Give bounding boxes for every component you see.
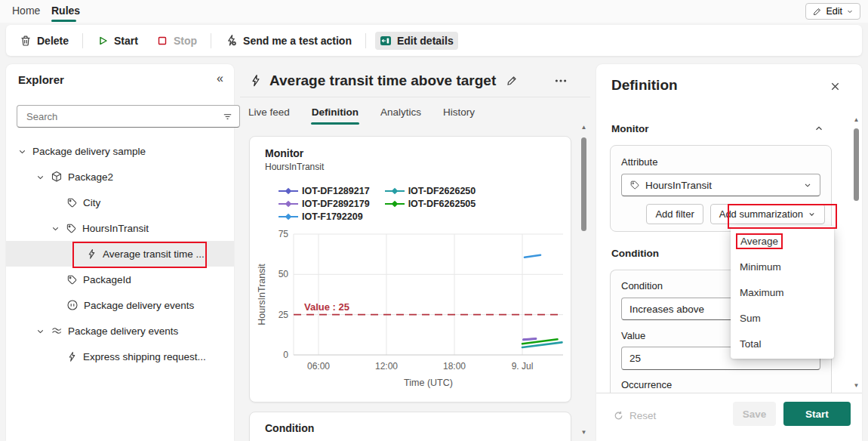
monitor-section-label: Monitor — [611, 123, 649, 134]
nav-tab-home[interactable]: Home — [12, 5, 40, 17]
tab-definition[interactable]: Definition — [311, 102, 359, 125]
condition-operator-value: Increases above — [629, 304, 704, 315]
nav-tab-rules[interactable]: Rules — [51, 5, 80, 17]
flash-rule-icon — [86, 248, 97, 260]
more-options-icon[interactable] — [554, 74, 568, 88]
tree-item-average-transit-time[interactable]: Average transit time ... — [6, 241, 234, 267]
legend-item[interactable]: IOT-F1792209 — [279, 210, 370, 223]
rule-detail-area: Average transit time above target Live f… — [240, 64, 590, 441]
scroll-up-arrow[interactable]: ▲ — [579, 124, 589, 131]
save-button[interactable]: Save — [733, 402, 776, 426]
x-tick-label: 12:00 — [375, 361, 398, 372]
legend-item[interactable]: IOT-DF6262505 — [385, 197, 476, 210]
menu-item-total[interactable]: Total — [731, 331, 834, 356]
tab-history[interactable]: History — [442, 102, 476, 125]
start-button[interactable]: Start — [92, 32, 143, 50]
object-cube-icon — [51, 171, 63, 183]
rule-toolbar: Delete Start Stop Send me a test action … — [6, 25, 862, 56]
delete-button[interactable]: Delete — [15, 32, 73, 50]
attribute-value: HoursInTransit — [645, 180, 712, 191]
rule-header: Average transit time above target — [240, 64, 590, 97]
monitor-line-chart: 025507506:0012:0018:009. JulTime (UTC)Ho… — [256, 224, 571, 399]
panel-scrollbar[interactable]: ▲ ▼ — [851, 113, 861, 393]
summarization-menu: Average Minimum Maximum Sum Total — [731, 226, 834, 359]
send-test-action-button[interactable]: Send me a test action — [220, 31, 356, 50]
legend-label: IOT-F1792209 — [302, 211, 363, 222]
search-box — [17, 105, 240, 128]
definition-panel-title: Definition — [611, 77, 678, 94]
reset-icon — [613, 410, 624, 421]
definition-footer: Reset Save Start — [596, 393, 862, 441]
y-tick-label: 50 — [279, 269, 289, 279]
chevron-down-icon — [50, 224, 60, 233]
stop-button[interactable]: Stop — [152, 32, 202, 50]
toolbar-divider — [365, 33, 366, 48]
toolbar-divider — [211, 33, 211, 48]
eventstream-icon — [51, 325, 63, 337]
tree-item-packageid[interactable]: PackageId — [6, 267, 234, 292]
close-icon[interactable] — [830, 81, 841, 92]
legend-label: IOT-DF2892179 — [302, 199, 370, 209]
scroll-down-arrow[interactable]: ▼ — [851, 382, 861, 389]
y-tick-label: 75 — [279, 229, 289, 239]
menu-item-average[interactable]: Average — [731, 228, 834, 254]
scroll-down-arrow[interactable]: ▼ — [579, 429, 589, 436]
menu-item-maximum[interactable]: Maximum — [731, 279, 834, 305]
add-summarization-button[interactable]: Add summarization — [710, 204, 825, 224]
tab-analytics[interactable]: Analytics — [380, 102, 422, 125]
flash-settings-icon — [225, 34, 238, 47]
scrollbar-thumb[interactable] — [854, 128, 859, 201]
edit-details-button[interactable]: Edit details — [375, 32, 458, 50]
chevron-down-icon — [35, 172, 45, 182]
monitor-card-subtitle: HoursInTransit — [265, 162, 571, 172]
condition-section-card: Condition — [249, 412, 571, 441]
legend-swatch — [279, 187, 298, 195]
scrollbar-thumb[interactable] — [581, 137, 586, 231]
tree-item-city[interactable]: City — [6, 190, 234, 215]
active-tab-underline — [51, 20, 76, 22]
collapse-panel-icon[interactable]: « — [217, 72, 223, 85]
edit-details-icon — [380, 35, 392, 47]
legend-item[interactable]: IOT-DF2626250 — [385, 184, 476, 197]
scroll-up-arrow[interactable]: ▲ — [851, 116, 861, 123]
menu-item-sum[interactable]: Sum — [731, 305, 834, 331]
tree-item-package-delivery-sample[interactable]: Package delivery sample — [6, 138, 234, 164]
tree-item-hoursintransit[interactable]: HoursInTransit — [6, 215, 234, 241]
top-navigation: Home Rules Edit — [0, 0, 868, 23]
legend-item[interactable]: IOT-DF2892179 — [279, 197, 370, 210]
chevron-up-icon[interactable] — [814, 123, 824, 134]
legend-item[interactable]: IOT-DF1289217 — [279, 184, 370, 197]
filter-icon — [222, 111, 233, 122]
monitor-settings-card: Attribute HoursInTransit Add filter Add … — [610, 145, 832, 232]
tree-item-express-shipping-request[interactable]: Express shipping request... — [6, 344, 234, 369]
explorer-tree: Package delivery sample Package2 City Ho… — [6, 138, 234, 369]
attribute-select[interactable]: HoursInTransit — [621, 174, 820, 196]
chevron-down-icon — [808, 210, 816, 218]
start-rule-button[interactable]: Start — [783, 402, 851, 426]
monitor-card-title: Monitor — [265, 147, 571, 159]
search-input[interactable] — [25, 110, 222, 123]
add-filter-button[interactable]: Add filter — [646, 204, 703, 224]
flash-rule-icon — [249, 74, 263, 88]
tag-icon — [629, 180, 640, 190]
tree-item-package2[interactable]: Package2 — [6, 164, 234, 190]
rename-pencil-icon[interactable] — [506, 75, 518, 87]
reset-button[interactable]: Reset — [613, 410, 656, 421]
legend-label: IOT-DF6262505 — [408, 199, 476, 209]
menu-item-minimum[interactable]: Minimum — [731, 254, 834, 279]
legend-label: IOT-DF1289217 — [302, 186, 370, 196]
x-axis-title: Time (UTC) — [404, 378, 453, 388]
main-scrollbar[interactable]: ▲ ▼ — [579, 121, 589, 441]
trash-icon — [20, 35, 32, 47]
explorer-title: Explorer — [18, 73, 64, 86]
chevron-down-icon — [17, 146, 27, 156]
pencil-icon — [812, 7, 822, 17]
tree-item-package-delivery-events-stream[interactable]: Package delivery events — [6, 318, 234, 344]
occurrence-label: Occurrence — [621, 379, 831, 390]
condition-section-label: Condition — [611, 248, 659, 259]
tree-item-package-delivery-events-source[interactable]: Package delivery events — [6, 292, 234, 318]
series-line-IOT-F1792209 — [525, 255, 540, 258]
event-source-icon — [66, 299, 78, 311]
edit-dropdown-button[interactable]: Edit — [805, 3, 860, 20]
tab-live-feed[interactable]: Live feed — [248, 102, 291, 125]
